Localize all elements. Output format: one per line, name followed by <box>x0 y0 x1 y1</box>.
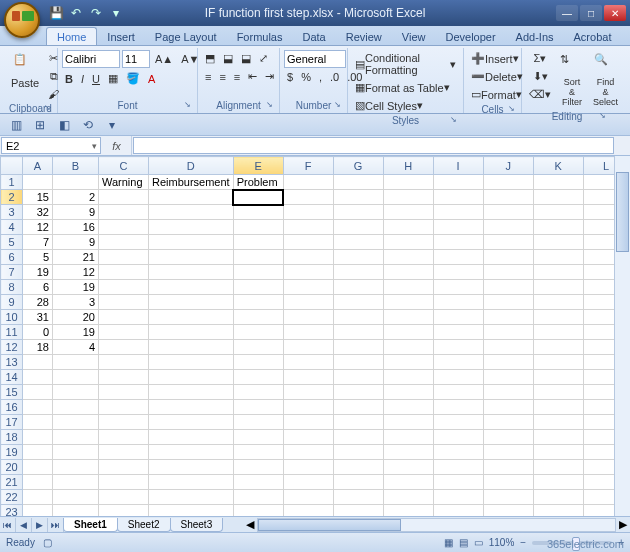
inc-decimal-icon[interactable]: .0 <box>327 69 342 85</box>
row-header-2[interactable]: 2 <box>1 190 23 205</box>
cell-J9[interactable] <box>483 295 533 310</box>
row-header-22[interactable]: 22 <box>1 490 23 505</box>
cell-D17[interactable] <box>149 415 234 430</box>
cell-H22[interactable] <box>383 490 433 505</box>
cell-K21[interactable] <box>533 475 583 490</box>
cell-J7[interactable] <box>483 265 533 280</box>
col-header-B[interactable]: B <box>53 157 99 175</box>
cell-E22[interactable] <box>233 490 283 505</box>
font-name-select[interactable] <box>62 50 120 68</box>
cell-F18[interactable] <box>283 430 333 445</box>
ribbon-tab-developer[interactable]: Developer <box>435 28 505 45</box>
cell-K9[interactable] <box>533 295 583 310</box>
row-header-1[interactable]: 1 <box>1 175 23 190</box>
row-header-18[interactable]: 18 <box>1 430 23 445</box>
cell-D12[interactable] <box>149 340 234 355</box>
cell-I20[interactable] <box>433 460 483 475</box>
cell-H6[interactable] <box>383 250 433 265</box>
cell-B3[interactable]: 9 <box>53 205 99 220</box>
cell-A17[interactable] <box>23 415 53 430</box>
row-header-17[interactable]: 17 <box>1 415 23 430</box>
cell-J3[interactable] <box>483 205 533 220</box>
cell-E15[interactable] <box>233 385 283 400</box>
cell-E23[interactable] <box>233 505 283 517</box>
cell-J11[interactable] <box>483 325 533 340</box>
cell-B21[interactable] <box>53 475 99 490</box>
cell-D19[interactable] <box>149 445 234 460</box>
fill-color-icon[interactable]: 🪣 <box>123 70 143 87</box>
view-pagebreak-icon[interactable]: ▭ <box>474 537 483 548</box>
indent-dec-icon[interactable]: ⇤ <box>245 68 260 85</box>
cell-F13[interactable] <box>283 355 333 370</box>
cell-G12[interactable] <box>333 340 383 355</box>
cell-A4[interactable]: 12 <box>23 220 53 235</box>
col-header-F[interactable]: F <box>283 157 333 175</box>
cell-C23[interactable] <box>99 505 149 517</box>
cell-C2[interactable] <box>99 190 149 205</box>
cell-F12[interactable] <box>283 340 333 355</box>
cell-F4[interactable] <box>283 220 333 235</box>
cell-D6[interactable] <box>149 250 234 265</box>
cell-G2[interactable] <box>333 190 383 205</box>
cell-J23[interactable] <box>483 505 533 517</box>
cell-D22[interactable] <box>149 490 234 505</box>
cell-C8[interactable] <box>99 280 149 295</box>
fx-button[interactable]: fx <box>102 136 132 155</box>
cell-A5[interactable]: 7 <box>23 235 53 250</box>
cell-J19[interactable] <box>483 445 533 460</box>
cell-D7[interactable] <box>149 265 234 280</box>
cell-K11[interactable] <box>533 325 583 340</box>
maximize-button[interactable]: □ <box>580 5 602 21</box>
cell-G20[interactable] <box>333 460 383 475</box>
cell-I15[interactable] <box>433 385 483 400</box>
cell-G9[interactable] <box>333 295 383 310</box>
cell-C20[interactable] <box>99 460 149 475</box>
sheet-tab-sheet3[interactable]: Sheet3 <box>170 518 224 532</box>
cell-C19[interactable] <box>99 445 149 460</box>
cell-F11[interactable] <box>283 325 333 340</box>
cell-E19[interactable] <box>233 445 283 460</box>
cell-I9[interactable] <box>433 295 483 310</box>
cell-G3[interactable] <box>333 205 383 220</box>
cell-E10[interactable] <box>233 310 283 325</box>
col-header-D[interactable]: D <box>149 157 234 175</box>
row-header-20[interactable]: 20 <box>1 460 23 475</box>
cell-C18[interactable] <box>99 430 149 445</box>
cell-H14[interactable] <box>383 370 433 385</box>
row-header-12[interactable]: 12 <box>1 340 23 355</box>
cell-F7[interactable] <box>283 265 333 280</box>
cell-C14[interactable] <box>99 370 149 385</box>
cell-I7[interactable] <box>433 265 483 280</box>
cell-A10[interactable]: 31 <box>23 310 53 325</box>
cell-B20[interactable] <box>53 460 99 475</box>
border-icon[interactable]: ▦ <box>105 70 121 87</box>
cell-I22[interactable] <box>433 490 483 505</box>
cell-I16[interactable] <box>433 400 483 415</box>
align-bottom-icon[interactable]: ⬓ <box>238 50 254 67</box>
cell-K19[interactable] <box>533 445 583 460</box>
cell-G5[interactable] <box>333 235 383 250</box>
cell-J20[interactable] <box>483 460 533 475</box>
cell-E13[interactable] <box>233 355 283 370</box>
col-header-A[interactable]: A <box>23 157 53 175</box>
ribbon-tab-review[interactable]: Review <box>336 28 392 45</box>
cell-K10[interactable] <box>533 310 583 325</box>
cell-G4[interactable] <box>333 220 383 235</box>
cell-J14[interactable] <box>483 370 533 385</box>
cell-G14[interactable] <box>333 370 383 385</box>
cell-I8[interactable] <box>433 280 483 295</box>
cell-F14[interactable] <box>283 370 333 385</box>
cell-E21[interactable] <box>233 475 283 490</box>
cell-A22[interactable] <box>23 490 53 505</box>
cell-J8[interactable] <box>483 280 533 295</box>
cell-I3[interactable] <box>433 205 483 220</box>
qb-more-icon[interactable]: ▾ <box>102 116 122 134</box>
cell-E12[interactable] <box>233 340 283 355</box>
tab-nav-first-icon[interactable]: ⏮ <box>0 518 16 532</box>
cell-B1[interactable] <box>53 175 99 190</box>
cell-C22[interactable] <box>99 490 149 505</box>
cell-G10[interactable] <box>333 310 383 325</box>
cell-K2[interactable] <box>533 190 583 205</box>
office-button[interactable] <box>4 2 40 38</box>
row-header-11[interactable]: 11 <box>1 325 23 340</box>
